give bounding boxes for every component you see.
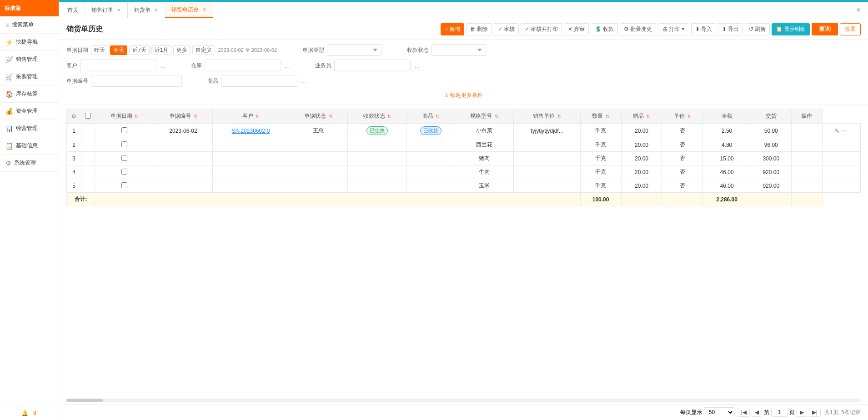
row-checkbox-0[interactable] xyxy=(95,124,154,138)
th-checkbox[interactable] xyxy=(81,109,95,124)
tab-sales-order-close[interactable]: ✕ xyxy=(117,2,121,18)
row-doc-number-1[interactable] xyxy=(213,138,289,152)
row-doc-number-3[interactable] xyxy=(213,165,289,179)
row-action-4[interactable] xyxy=(822,179,860,193)
row-action-3[interactable] xyxy=(822,165,860,179)
doc-number-input[interactable] xyxy=(91,75,182,87)
row-checkbox-3[interactable] xyxy=(95,165,154,179)
refresh-button[interactable]: ↺ 刷新 xyxy=(745,23,770,35)
warehouse-label: 仓库 xyxy=(191,62,202,70)
salesperson-input[interactable] xyxy=(334,60,411,71)
today-btn[interactable]: 今天 xyxy=(110,45,127,55)
th-customer[interactable]: 客户 ⇅ xyxy=(213,109,289,124)
tab-sales-order[interactable]: 销售订单 ✕ xyxy=(85,2,128,18)
prev-page-button[interactable]: ◀ xyxy=(752,408,762,417)
warehouse-more-icon[interactable]: ... xyxy=(285,62,290,69)
th-unit[interactable]: 销售单位 ⇅ xyxy=(514,109,580,124)
goods-more-icon[interactable]: ... xyxy=(301,77,306,85)
delete-button[interactable]: 🗑 删除 xyxy=(466,23,492,35)
table-settings-icon[interactable]: ⚙ xyxy=(71,113,76,120)
sidebar-item-search-menu[interactable]: ≡ 搜索菜单 xyxy=(0,16,59,34)
tab-sales-history[interactable]: 销货单历史 ✕ xyxy=(165,2,213,18)
edit-icon[interactable]: ✎ xyxy=(834,127,840,135)
per-page-select[interactable]: 50 100 200 xyxy=(704,407,734,417)
collapse-button[interactable]: ∧ 收起更多条件 xyxy=(66,90,861,100)
collect-button[interactable]: 💲 收款 xyxy=(591,23,618,35)
page-prefix-label: 第 xyxy=(764,409,769,416)
discard-button[interactable]: ✕ 弃审 xyxy=(564,23,589,35)
th-settings[interactable]: ⚙ xyxy=(67,109,81,124)
notification-icon[interactable]: 🔔 xyxy=(21,410,28,416)
row-spec-1 xyxy=(514,138,580,152)
footer-transaction-spacer xyxy=(751,193,791,206)
th-qty[interactable]: 数量 ⇅ xyxy=(580,109,621,124)
audit-button[interactable]: ✓ 审核 xyxy=(494,23,519,35)
row-doc-number-4[interactable] xyxy=(213,179,289,193)
sidebar-item-funds-mgmt[interactable]: 💰 资金管理 xyxy=(0,103,59,120)
row-checkbox-1[interactable] xyxy=(95,138,154,152)
goods-input[interactable] xyxy=(221,75,297,87)
import-button[interactable]: ⬇ 导入 xyxy=(691,23,716,35)
warehouse-input[interactable] xyxy=(205,60,281,71)
tabs-close-all-button[interactable]: ✕ xyxy=(851,7,866,13)
th-doc-date[interactable]: 单据日期 ⇅ xyxy=(95,109,154,124)
audit-print-button[interactable]: ✓ 审核并打印 xyxy=(521,23,562,35)
horizontal-scrollbar[interactable] xyxy=(66,399,861,402)
select-all-checkbox[interactable] xyxy=(85,113,91,119)
th-spec[interactable]: 规格型号 ⇅ xyxy=(455,109,514,124)
sidebar-item-basic-info[interactable]: 📋 基础信息 xyxy=(0,137,59,155)
print-icon: 🖨 xyxy=(662,26,667,32)
tab-home[interactable]: 首页 xyxy=(61,2,85,18)
sidebar-item-inventory-calc[interactable]: 🏠 库存核算 xyxy=(0,85,59,103)
tab-sales-history-close[interactable]: ✕ xyxy=(202,1,206,18)
more-action-icon[interactable]: ⋯ xyxy=(842,127,848,135)
row-action-0[interactable]: ✎⋯ xyxy=(822,124,860,138)
row-action-1[interactable] xyxy=(822,138,860,152)
row-checkbox-2[interactable] xyxy=(95,152,154,165)
tab-sales-goods[interactable]: 销货单 ✕ xyxy=(128,2,165,18)
page-number-input[interactable]: 1 xyxy=(771,408,788,417)
last-page-button[interactable]: ▶| xyxy=(809,408,821,417)
settings-button[interactable]: 设置 xyxy=(840,23,861,35)
export-button[interactable]: ⬆ 导出 xyxy=(718,23,743,35)
th-collect-status[interactable]: 收款状态 ⇅ xyxy=(348,109,407,124)
pause-icon[interactable]: ⏸ xyxy=(32,410,37,416)
row-doc-number-2[interactable] xyxy=(213,152,289,165)
new-button[interactable]: + 新增 xyxy=(441,23,464,35)
custom-btn[interactable]: 自定义 xyxy=(192,45,215,55)
row-checkbox-4[interactable] xyxy=(95,179,154,193)
salesperson-more-icon[interactable]: ... xyxy=(414,62,420,69)
filter-collect-status: 收款状态 xyxy=(407,44,486,56)
row-qty-1: 20.00 xyxy=(621,138,662,152)
customer-input[interactable] xyxy=(80,60,156,71)
th-doc-status[interactable]: 单据状态 ⇅ xyxy=(289,109,348,124)
sidebar-item-sales-mgmt[interactable]: 📈 销售管理 xyxy=(0,51,59,68)
customer-more-icon[interactable]: ... xyxy=(160,62,166,69)
sidebar-item-purchase-mgmt[interactable]: 🛒 采购管理 xyxy=(0,68,59,85)
first-page-button[interactable]: |◀ xyxy=(738,408,750,417)
tab-sales-goods-close[interactable]: ✕ xyxy=(154,2,158,18)
sidebar-item-ops-mgmt[interactable]: 📊 经营管理 xyxy=(0,120,59,137)
batch-change-button[interactable]: ⚙ 批量变更 xyxy=(620,23,656,35)
show-detail-button[interactable]: 📋 显示明细 xyxy=(772,23,810,35)
row-action-2[interactable] xyxy=(822,152,860,165)
th-unit-price[interactable]: 单价 ⇅ xyxy=(662,109,703,124)
row-doc-number-0[interactable]: SA-20230602-0 xyxy=(213,124,289,138)
collect-status-select[interactable] xyxy=(431,44,486,56)
th-gift[interactable]: 赠品 ⇅ xyxy=(621,109,662,124)
yesterday-btn[interactable]: 昨天 xyxy=(91,45,108,55)
more-btn[interactable]: 更多 xyxy=(173,45,191,55)
sidebar-item-quick-nav[interactable]: ⚡ 快捷导航 xyxy=(0,34,59,51)
scroll-thumb[interactable] xyxy=(66,399,103,402)
query-button[interactable]: 查询 xyxy=(812,23,838,35)
last7-btn[interactable]: 近7天 xyxy=(129,45,150,55)
last1m-btn[interactable]: 近1月 xyxy=(151,45,172,55)
print-button[interactable]: 🖨 打印 ▼ xyxy=(658,23,689,35)
sidebar-bottom: 🔔 ⏸ xyxy=(0,406,59,420)
row-unit-price-1: 4.80 xyxy=(703,138,751,152)
sidebar-item-sys-mgmt[interactable]: ⚙ 系统管理 xyxy=(0,155,59,172)
doc-type-select[interactable] xyxy=(327,44,381,56)
next-page-button[interactable]: ▶ xyxy=(797,408,807,417)
th-goods[interactable]: 商品 ⇅ xyxy=(406,109,455,124)
th-doc-number[interactable]: 单据编号 ⇅ xyxy=(154,109,213,124)
